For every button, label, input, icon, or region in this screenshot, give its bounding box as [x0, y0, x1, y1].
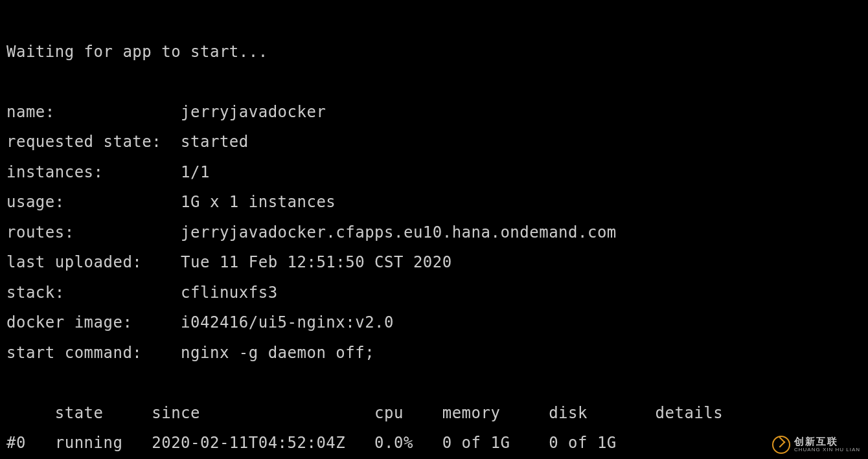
- info-stack-value: cflinuxfs3: [181, 284, 278, 302]
- info-uploaded-value: Tue 11 Feb 12:51:50 CST 2020: [181, 253, 452, 271]
- watermark-en: CHUANG XIN HU LIAN: [794, 447, 860, 453]
- info-stack-label: stack:: [6, 284, 181, 302]
- info-instances-value: 1/1: [181, 163, 210, 181]
- info-name-label: name:: [6, 103, 181, 121]
- info-routes-label: routes:: [6, 223, 181, 241]
- info-usage-label: usage:: [6, 193, 181, 211]
- watermark-text: 创新互联 CHUANG XIN HU LIAN: [794, 436, 860, 453]
- info-state-value: started: [181, 133, 249, 151]
- info-usage-value: 1G x 1 instances: [181, 193, 336, 211]
- info-docker-label: docker image:: [6, 313, 181, 331]
- instance-table-header: state since cpu memory disk details: [6, 404, 723, 422]
- info-startcmd-label: start command:: [6, 344, 181, 362]
- info-instances-label: instances:: [6, 163, 181, 181]
- info-name-value: jerryjavadocker: [181, 103, 326, 121]
- terminal-output: Waiting for app to start... name: jerryj…: [0, 0, 868, 459]
- info-routes-value: jerryjavadocker.cfapps.eu10.hana.ondeman…: [181, 223, 617, 241]
- info-state-label: requested state:: [6, 133, 181, 151]
- instance-table-row: #0 running 2020-02-11T04:52:04Z 0.0% 0 o…: [6, 434, 656, 452]
- info-uploaded-label: last uploaded:: [6, 253, 181, 271]
- watermark-zh: 创新互联: [794, 436, 860, 447]
- status-line: Waiting for app to start...: [6, 43, 268, 61]
- watermark: 创新互联 CHUANG XIN HU LIAN: [772, 436, 860, 454]
- info-docker-value: i042416/ui5-nginx:v2.0: [181, 313, 394, 331]
- watermark-logo-icon: [772, 436, 790, 454]
- info-startcmd-value: nginx -g daemon off;: [181, 344, 374, 362]
